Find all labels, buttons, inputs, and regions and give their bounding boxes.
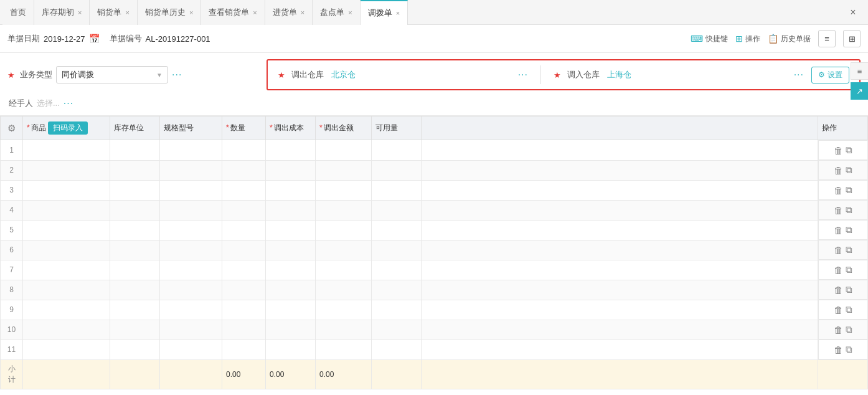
avail-cell (372, 240, 422, 260)
empty-cell (422, 200, 818, 220)
delete-icon[interactable]: 🗑 (834, 245, 843, 255)
product-cell[interactable] (23, 140, 110, 161)
empty-cell (422, 260, 818, 280)
business-type-select[interactable]: 同价调拨 ▼ (56, 66, 168, 83)
product-cell[interactable] (23, 320, 110, 340)
date-label: 单据日期 (7, 33, 40, 44)
amount-cell (316, 300, 372, 320)
product-cell[interactable] (23, 280, 110, 300)
copy-icon[interactable]: ⧉ (846, 204, 852, 216)
product-cell[interactable] (23, 300, 110, 320)
action-cell: 🗑 ⧉ (818, 240, 868, 260)
copy-icon[interactable]: ⧉ (846, 324, 852, 335)
out-warehouse-more-button[interactable]: ··· (518, 69, 528, 80)
copy-icon[interactable]: ⧉ (846, 184, 852, 196)
tab-sales-history[interactable]: 销货单历史 × (138, 0, 201, 25)
close-icon[interactable]: × (253, 9, 257, 16)
delete-icon[interactable]: 🗑 (834, 185, 843, 196)
person-select[interactable]: 选择... (37, 98, 60, 109)
gear-icon[interactable]: ⚙ (7, 123, 16, 133)
action-cell: 🗑 ⧉ (818, 220, 868, 240)
copy-icon[interactable]: ⧉ (846, 164, 852, 176)
delete-icon[interactable]: 🗑 (834, 205, 843, 216)
product-cell[interactable] (23, 240, 110, 260)
subtotal-product (23, 360, 110, 389)
product-cell[interactable] (23, 180, 110, 200)
product-cell[interactable] (23, 200, 110, 220)
row-number: 5 (1, 220, 23, 240)
in-warehouse-value[interactable]: 上海仓 (607, 69, 631, 80)
spec-cell (160, 200, 222, 220)
operations-action[interactable]: ⊞ 操作 (735, 34, 760, 44)
copy-icon[interactable]: ⧉ (846, 284, 852, 295)
close-icon[interactable]: × (189, 9, 193, 16)
delete-icon[interactable]: 🗑 (834, 345, 843, 355)
header-spec: 规格型号 (160, 117, 222, 140)
row-number: 4 (1, 200, 23, 220)
product-cell[interactable] (23, 340, 110, 360)
copy-icon[interactable]: ⧉ (846, 264, 852, 275)
empty-cell (422, 300, 818, 320)
header-cost: *调出成本 (266, 117, 316, 140)
window-close-button[interactable]: × (841, 0, 866, 25)
person-more-button[interactable]: ··· (64, 98, 73, 109)
cost-cell (266, 280, 316, 300)
close-icon[interactable]: × (78, 9, 82, 16)
out-warehouse-value[interactable]: 北京仓 (331, 69, 356, 80)
close-icon[interactable]: × (396, 9, 400, 17)
history-action[interactable]: 📋 历史单据 (768, 34, 811, 44)
settings-button[interactable]: ⚙ 设置 (811, 67, 849, 83)
tab-sales-order[interactable]: 销货单 × (90, 0, 137, 25)
close-icon[interactable]: × (301, 9, 304, 16)
delete-icon[interactable]: 🗑 (834, 265, 843, 275)
row-number: 6 (1, 240, 23, 260)
copy-icon[interactable]: ⧉ (846, 304, 852, 315)
tab-view-sales[interactable]: 查看销货单 × (201, 0, 265, 25)
row-number: 1 (1, 140, 23, 161)
action-cell: 🗑 ⧉ (818, 140, 868, 160)
delete-icon[interactable]: 🗑 (834, 285, 843, 295)
number-label: 单据编号 (110, 33, 142, 44)
delete-icon[interactable]: 🗑 (834, 305, 843, 315)
in-warehouse-more-button[interactable]: ··· (794, 69, 804, 80)
unit-cell (110, 340, 160, 360)
cost-cell (266, 240, 316, 260)
copy-icon[interactable]: ⧉ (846, 224, 852, 236)
copy-icon[interactable]: ⧉ (846, 244, 852, 255)
delete-icon[interactable]: 🗑 (834, 145, 843, 156)
unit-cell (110, 320, 160, 340)
close-icon[interactable]: × (125, 9, 129, 16)
qty-cell (222, 340, 266, 360)
product-cell[interactable] (23, 160, 110, 180)
product-cell[interactable] (23, 220, 110, 240)
close-icon[interactable]: × (348, 9, 352, 16)
shortcuts-action[interactable]: ⌨ 快捷键 (691, 34, 728, 44)
empty-cell (422, 280, 818, 300)
delete-icon[interactable]: 🗑 (834, 165, 843, 176)
subtotal-avail (372, 360, 422, 389)
more-button[interactable]: ··· (172, 69, 182, 80)
calendar-icon[interactable]: 📅 (89, 34, 100, 44)
tab-transfer-order[interactable]: 调拨单 × (361, 0, 408, 25)
delete-icon[interactable]: 🗑 (834, 225, 843, 236)
list-view-button[interactable]: ≡ (818, 30, 836, 47)
tab-inventory-init[interactable]: 库存期初 × (34, 0, 90, 25)
tab-home[interactable]: 首页 (2, 0, 34, 25)
scan-button[interactable]: 扫码录入 (48, 121, 88, 135)
unit-cell (110, 200, 160, 220)
copy-icon[interactable]: ⧉ (846, 145, 852, 156)
spec-cell (160, 180, 222, 200)
table-row: 11 🗑 ⧉ (1, 340, 868, 360)
tab-inventory-check[interactable]: 盘点单 × (313, 0, 360, 25)
table-row: 7 🗑 ⧉ (1, 260, 868, 280)
product-cell[interactable] (23, 260, 110, 280)
copy-icon[interactable]: ⧉ (846, 344, 852, 355)
panel-list-button[interactable]: ≡ (851, 62, 868, 80)
date-value[interactable]: 2019-12-27 (44, 34, 85, 44)
delete-icon[interactable]: 🗑 (834, 325, 843, 335)
subtotal-amount: 0.00 (316, 360, 372, 389)
grid-view-button[interactable]: ⊞ (843, 30, 861, 47)
panel-export-button[interactable]: ↗ (851, 82, 868, 100)
tab-purchase-order[interactable]: 进货单 × (265, 0, 313, 25)
person-field: 经手人 选择... ··· (7, 95, 861, 109)
